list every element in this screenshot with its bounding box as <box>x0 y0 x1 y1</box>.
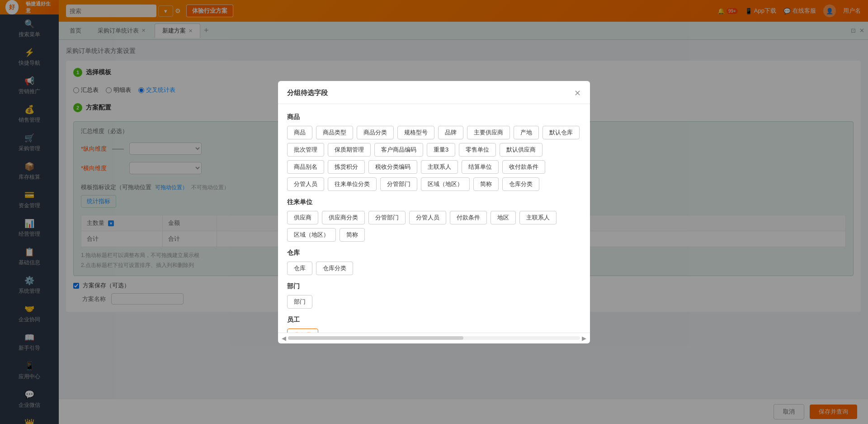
field-tag-goods-category[interactable]: 商品分类 <box>357 126 394 139</box>
field-tag-goods-score[interactable]: 拣货积分 <box>328 160 365 174</box>
field-tag-goods[interactable]: 商品 <box>287 126 312 139</box>
field-tag-tax-code[interactable]: 税收分类编码 <box>368 160 417 174</box>
field-tag-goods-type[interactable]: 商品类型 <box>316 126 353 139</box>
section-title-partner: 往来单位 <box>287 198 581 206</box>
tag-grid-warehouse: 仓库仓库分类 <box>287 262 581 275</box>
field-tag-pay-terms[interactable]: 付款条件 <box>450 211 487 224</box>
modal-dialog: 分组待选字段 ✕ 商品商品商品类型商品分类规格型号品牌主要供应商产地默认仓库批次… <box>278 81 590 343</box>
tag-grid-goods: 商品商品类型商品分类规格型号品牌主要供应商产地默认仓库批次管理保质期管理客户商品… <box>287 126 581 191</box>
field-tag-salesperson[interactable]: 业务员 <box>287 329 318 333</box>
field-tag-warehouse-category[interactable]: 仓库分类 <box>502 177 539 191</box>
field-tag-customer-code[interactable]: 客户商品编码 <box>374 143 423 157</box>
field-tag-default-warehouse[interactable]: 默认仓库 <box>542 126 580 139</box>
tag-grid-staff: 业务员 <box>287 329 581 333</box>
field-tag-supplier[interactable]: 供应商 <box>287 211 318 224</box>
field-tag-main-supplier[interactable]: 主要供应商 <box>467 126 510 139</box>
field-tag-short-name[interactable]: 简称 <box>473 177 499 191</box>
section-title-staff: 员工 <box>287 316 581 324</box>
section-title-warehouse: 仓库 <box>287 249 581 257</box>
modal-title: 分组待选字段 <box>287 89 328 97</box>
field-tag-manager[interactable]: 分管人员 <box>287 177 324 191</box>
field-tag-goods-alias[interactable]: 商品别名 <box>287 160 324 174</box>
section-title-dept: 部门 <box>287 282 581 291</box>
field-tag-main-contact2[interactable]: 主联系人 <box>519 211 557 224</box>
scroll-right-btn[interactable]: ▶ <box>580 335 588 342</box>
tag-grid-partner: 供应商供应商分类分管部门分管人员付款条件地区主联系人区域（地区）简称 <box>287 211 581 242</box>
field-tag-short-name2[interactable]: 简称 <box>340 228 365 242</box>
modal-scrollbar: ◀ ▶ <box>278 333 590 343</box>
field-tag-retail-unit[interactable]: 零售单位 <box>459 143 496 157</box>
field-tag-main-contact[interactable]: 主联系人 <box>421 160 458 174</box>
field-tag-region[interactable]: 区域（地区） <box>421 177 470 191</box>
scroll-left-btn[interactable]: ◀ <box>280 335 288 342</box>
field-tag-region2[interactable]: 地区 <box>491 211 516 224</box>
field-tag-manage-dept2[interactable]: 分管部门 <box>368 211 406 224</box>
field-tag-wh[interactable]: 仓库 <box>287 262 312 275</box>
field-tag-supplier-category[interactable]: 供应商分类 <box>322 211 365 224</box>
tag-grid-dept: 部门 <box>287 295 581 309</box>
field-tag-manage-person[interactable]: 分管人员 <box>409 211 446 224</box>
field-tag-region3[interactable]: 区域（地区） <box>287 228 336 242</box>
field-tag-origin-unit-category[interactable]: 往来单位分类 <box>328 177 377 191</box>
modal-body: 商品商品商品类型商品分类规格型号品牌主要供应商产地默认仓库批次管理保质期管理客户… <box>278 104 590 333</box>
modal-header: 分组待选字段 ✕ <box>278 81 590 104</box>
field-tag-payment-terms[interactable]: 收付款条件 <box>502 160 545 174</box>
field-tag-default-supplier[interactable]: 默认供应商 <box>500 143 542 157</box>
modal-close-icon[interactable]: ✕ <box>574 88 581 98</box>
field-tag-wh-category[interactable]: 仓库分类 <box>316 262 353 275</box>
field-tag-spec-type[interactable]: 规格型号 <box>397 126 434 139</box>
field-tag-brand[interactable]: 品牌 <box>438 126 463 139</box>
scroll-track <box>288 336 580 340</box>
scroll-thumb <box>288 336 463 340</box>
field-tag-origin[interactable]: 产地 <box>514 126 539 139</box>
section-title-goods: 商品 <box>287 113 581 121</box>
field-tag-batch-mgmt[interactable]: 批次管理 <box>287 143 324 157</box>
field-tag-dept-field[interactable]: 部门 <box>287 295 312 309</box>
field-tag-manage-dept[interactable]: 分管部门 <box>380 177 417 191</box>
field-tag-quality-mgmt[interactable]: 保质期管理 <box>328 143 371 157</box>
field-tag-weight3[interactable]: 重量3 <box>427 143 455 157</box>
field-tag-settle-unit[interactable]: 结算单位 <box>462 160 499 174</box>
